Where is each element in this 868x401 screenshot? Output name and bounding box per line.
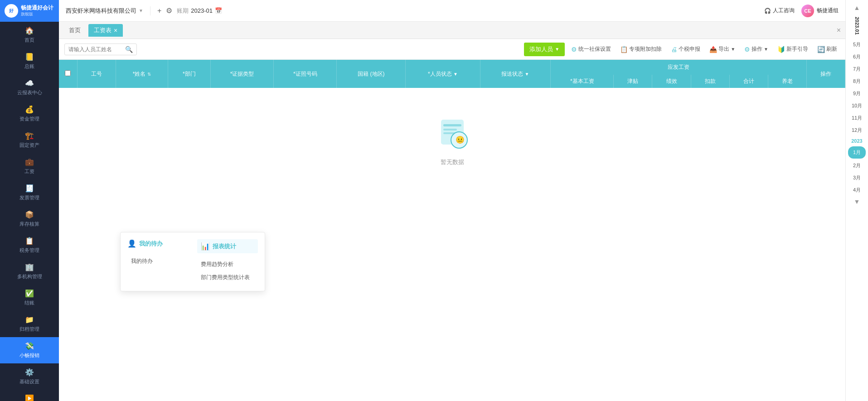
th-personnel-status: *人员状态 ▼ xyxy=(406,60,480,88)
company-selector[interactable]: 西安虾米网络科技有限公司 ▼ xyxy=(66,7,143,15)
add-person-button[interactable]: 添加人员 ▼ xyxy=(524,43,565,56)
right-panel-month-3[interactable]: 3月 xyxy=(846,172,868,184)
tax-report-action[interactable]: 🖨 个税申报 xyxy=(668,43,703,55)
company-dropdown-arrow: ▼ xyxy=(139,8,143,13)
empty-state: 😐 暂无数据 xyxy=(59,88,845,193)
period-display: 账期 2023-01 📅 xyxy=(177,7,222,15)
right-panel-month-8[interactable]: 8月 xyxy=(846,75,868,87)
tab-bar: 首页 工资表 × × xyxy=(59,22,845,39)
operations-action[interactable]: ⚙ 操作 ▼ xyxy=(742,43,771,55)
right-panel-month-10[interactable]: 10月 xyxy=(846,100,868,112)
th-total: 合计 xyxy=(729,75,768,88)
sidebar-item-multi-org[interactable]: 🏢 多机构管理 xyxy=(0,258,59,285)
top-header: 西安虾米网络科技有限公司 ▼ + ⚙ 账期 2023-01 📅 🎧 人工咨询 C… xyxy=(59,0,845,22)
right-panel-month-11[interactable]: 11月 xyxy=(846,112,868,124)
fixed-assets-icon: 🏗️ xyxy=(25,131,34,140)
export-dropdown-icon: ▼ xyxy=(731,47,735,52)
sidebar-item-basic-settings[interactable]: ⚙️ 基础设置 xyxy=(0,363,59,390)
th-checkbox xyxy=(59,60,77,88)
sidebar-item-archive[interactable]: 📁 归档管理 xyxy=(0,311,59,337)
archive-icon: 📁 xyxy=(25,315,34,324)
right-panel-month-1[interactable]: 1月 xyxy=(848,146,866,159)
tab-salary-table[interactable]: 工资表 × xyxy=(88,24,123,37)
th-department: *部门 xyxy=(168,60,210,88)
export-action[interactable]: 📤 导出 ▼ xyxy=(707,43,738,55)
popup-left-title: 👤 我的待办 xyxy=(127,239,188,250)
popup-right-title: 📊 报表统计 xyxy=(197,239,258,253)
th-basic-salary: *基本工资 xyxy=(551,75,614,88)
sidebar-item-fixed-assets[interactable]: 🏗️ 固定资产 xyxy=(0,127,59,153)
sidebar-item-ledger[interactable]: 📒 总账 xyxy=(0,48,59,74)
panel-close-button[interactable]: × xyxy=(837,26,841,34)
sidebar-nav: 🏠 首页 📒 总账 ☁️ 云报表中心 💰 资金管理 🏗️ 固定资产 💼 工资 🧾… xyxy=(0,22,59,401)
fund-icon: 💰 xyxy=(25,105,34,114)
th-salary-group: 应发工资 xyxy=(551,60,807,75)
social-security-icon: ⚙ xyxy=(571,46,577,53)
search-input[interactable] xyxy=(68,46,123,53)
xiaochang-icon: 💸 xyxy=(25,342,34,350)
company-name: 西安虾米网络科技有限公司 xyxy=(66,7,136,15)
sidebar-item-cloud-report[interactable]: ☁️ 云报表中心 xyxy=(0,74,59,101)
popup-my-todo[interactable]: 我的待办 xyxy=(127,255,188,268)
sidebar-item-home[interactable]: 🏠 首页 xyxy=(0,22,59,48)
salary-table: 工号 *姓名 ⇅ *部门 *证据类型 *证照号码 国籍 (地区) *人员状态 ▼… xyxy=(59,60,845,88)
tax-report-icon: 🖨 xyxy=(671,46,677,53)
special-deduct-icon: 📋 xyxy=(620,46,628,53)
sidebar-item-settlement[interactable]: ✅ 结账 xyxy=(0,285,59,311)
right-panel-down-arrow[interactable]: ▼ xyxy=(852,196,862,207)
personnel-status-filter-icon[interactable]: ▼ xyxy=(453,72,458,77)
special-deduct-action[interactable]: 📋 专项附加扣除 xyxy=(617,43,664,55)
toolbar-right: 添加人员 ▼ ⚙ 统一社保设置 📋 专项附加扣除 🖨 个税申报 📤 导出 ▼ xyxy=(524,43,840,56)
empty-text: 暂无数据 xyxy=(441,158,464,166)
popup-cost-trend[interactable]: 费用趋势分析 xyxy=(197,258,258,271)
name-sort-icon[interactable]: ⇅ xyxy=(147,72,151,77)
add-person-dropdown-icon: ▼ xyxy=(555,47,559,52)
sidebar-item-salary[interactable]: 💼 工资 xyxy=(0,153,59,179)
settings-button[interactable]: ⚙ xyxy=(166,6,172,15)
report-status-filter-icon[interactable]: ▼ xyxy=(525,72,529,77)
svg-rect-2 xyxy=(443,129,457,130)
avatar: CE xyxy=(801,5,814,17)
svg-text:😐: 😐 xyxy=(456,135,465,144)
right-panel-month-12[interactable]: 12月 xyxy=(846,124,868,136)
th-id-number: *证照号码 xyxy=(274,60,337,88)
main-content: 西安虾米网络科技有限公司 ▼ + ⚙ 账期 2023-01 📅 🎧 人工咨询 C… xyxy=(59,0,845,401)
sidebar-item-tax[interactable]: 📋 税务管理 xyxy=(0,232,59,258)
right-panel-month-4[interactable]: 4月 xyxy=(846,184,868,196)
sidebar-item-invoice[interactable]: 🧾 发票管理 xyxy=(0,179,59,206)
social-security-action[interactable]: ⚙ 统一社保设置 xyxy=(568,43,614,55)
refresh-icon: 🔄 xyxy=(817,46,825,53)
salary-icon: 💼 xyxy=(25,158,34,166)
sidebar-item-fund[interactable]: 💰 资金管理 xyxy=(0,101,59,127)
sidebar-item-guide[interactable]: ▶️ 新手引导 xyxy=(0,390,59,401)
toolbar: 🔍 添加人员 ▼ ⚙ 统一社保设置 📋 专项附加扣除 🖨 个税申报 📤 导出 xyxy=(59,39,845,60)
settings-icon: ⚙️ xyxy=(25,368,34,377)
tab-close-button[interactable]: × xyxy=(114,27,117,34)
th-bonus: 绩效 xyxy=(652,75,691,88)
service-button[interactable]: 🎧 人工咨询 xyxy=(764,7,795,14)
logo-text: 畅捷通好会计 旗舰版 xyxy=(21,5,53,18)
header-right: 🎧 人工咨询 CE 畅捷通组 xyxy=(764,5,839,17)
sidebar-item-inventory[interactable]: 📦 库存核算 xyxy=(0,206,59,232)
refresh-action[interactable]: 🔄 刷新 xyxy=(815,43,840,55)
right-panel-month-6[interactable]: 6月 xyxy=(846,51,868,63)
operations-dropdown-icon: ▼ xyxy=(764,47,768,52)
sidebar-item-xiaochang[interactable]: 💸 小畅报销 xyxy=(0,337,59,363)
popup-right-col: 📊 报表统计 费用趋势分析 部门费用类型统计表 xyxy=(197,239,258,284)
multi-org-icon: 🏢 xyxy=(25,263,34,271)
right-panel-month-9[interactable]: 9月 xyxy=(846,87,868,100)
tab-home[interactable]: 首页 xyxy=(63,24,86,37)
add-company-button[interactable]: + xyxy=(157,7,161,14)
select-all-checkbox[interactable] xyxy=(65,70,71,76)
right-panel-up-arrow[interactable]: ▲ xyxy=(852,2,862,13)
guide-action[interactable]: 🔰 新手引导 xyxy=(775,43,811,55)
calendar-icon[interactable]: 📅 xyxy=(215,7,222,14)
right-panel-year: 2023.01 xyxy=(854,13,860,39)
table-wrapper: 工号 *姓名 ⇅ *部门 *证据类型 *证照号码 国籍 (地区) *人员状态 ▼… xyxy=(59,60,845,401)
search-box: 🔍 xyxy=(64,43,137,55)
popup-dept-cost[interactable]: 部门费用类型统计表 xyxy=(197,271,258,284)
right-panel-month-2[interactable]: 2月 xyxy=(846,159,868,172)
right-panel-month-5[interactable]: 5月 xyxy=(846,39,868,51)
right-panel-month-7[interactable]: 7月 xyxy=(846,63,868,75)
user-menu[interactable]: CE 畅捷通组 xyxy=(801,5,839,17)
